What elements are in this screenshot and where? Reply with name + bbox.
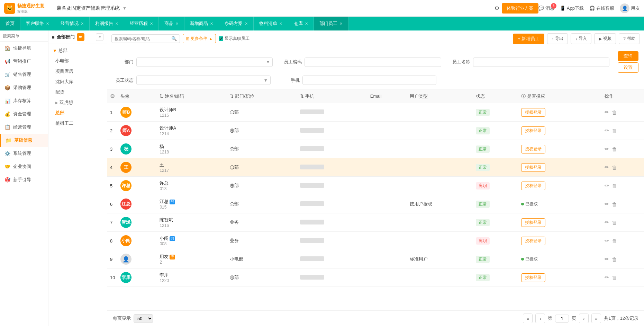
search-btn[interactable]: 查询 [618,51,638,61]
experience-btn[interactable]: 体验行业方案 [502,3,538,14]
auth-btn[interactable]: 授权登录 [521,108,545,117]
delete-icon[interactable]: 🗑 [612,165,617,170]
auth-btn[interactable]: 授权登录 [521,273,545,282]
delete-icon[interactable]: 🗑 [612,238,617,244]
edit-icon[interactable]: ✏ [605,238,609,244]
first-page-btn[interactable]: « [523,314,533,323]
tab-dept-staff[interactable]: 部门员工✕ [314,17,348,30]
edit-icon[interactable]: ✏ [605,183,609,189]
settings-gear-btn[interactable]: ⚙ [492,3,502,13]
phone-input[interactable] [302,76,437,85]
sidebar-item-system[interactable]: ⚙️ 系统管理 [0,147,48,160]
tab-new-goods-close[interactable]: ✕ [210,21,213,26]
delete-icon[interactable]: 🗑 [612,275,617,281]
col-settings[interactable]: ⚙ [107,89,118,103]
tab-bom[interactable]: 物料清单✕ [254,17,288,30]
delete-icon[interactable]: 🗑 [612,183,617,189]
dept-item-small-electric[interactable]: 小电部 [48,56,107,66]
per-page-select[interactable]: 50 100 200 [134,314,153,323]
dept-item-plant[interactable]: 植树王二 [48,118,107,129]
auth-btn[interactable]: 授权登录 [521,145,545,153]
prev-page-btn[interactable]: ‹ [535,314,545,323]
delete-icon[interactable]: 🗑 [612,201,617,207]
sidebar-item-finance[interactable]: 💰 资金管理 [0,107,48,121]
edit-icon[interactable]: ✏ [605,109,609,115]
tab-goods-close[interactable]: ✕ [175,21,179,26]
message-btn[interactable]: 💬 消息 5 [538,5,554,11]
emp-status-select[interactable]: 正常 离职 [136,76,271,85]
sidebar-search-input[interactable] [3,34,48,38]
auth-btn[interactable]: 授权登录 [521,237,545,245]
set-btn[interactable]: 设置 [618,62,638,73]
edit-icon[interactable]: ✏ [605,219,609,226]
sidebar-item-purchase[interactable]: 📦 采购管理 [0,81,48,94]
dept-item-hq[interactable]: 总部 [48,108,107,118]
dept-collapse-btn[interactable]: « [96,33,103,41]
tab-customer-close[interactable]: ✕ [46,21,49,26]
tab-warehouse-close[interactable]: ✕ [305,21,308,26]
help-btn[interactable]: ? 帮助 [619,33,640,44]
more-filter-btn[interactable]: ⊞ 更多条件 ▲ [183,34,216,43]
tab-customer[interactable]: 客户联络✕ [20,17,55,30]
dept-item-project[interactable]: 项目库房 [48,66,107,77]
tab-operation-close[interactable]: ✕ [81,21,84,26]
auth-btn[interactable]: 授权登录 [521,163,545,172]
edit-icon[interactable]: ✏ [605,256,609,262]
next-page-btn[interactable]: › [579,314,589,323]
user-avatar-btn[interactable]: 👤 用友 [620,3,640,13]
app-download-btn[interactable]: 📱 App下载 [560,5,584,11]
tab-barcode[interactable]: 条码方案✕ [219,17,254,30]
dept-edit-btn[interactable]: ✏ [77,33,84,41]
emp-code-input[interactable] [305,58,441,67]
edit-icon[interactable]: ✏ [605,201,609,207]
system-title-arrow[interactable]: ▼ [123,6,127,11]
show-resigned-checkbox[interactable]: 显示离职员工 [219,36,250,42]
tab-history[interactable]: 经营历程✕ [124,17,159,30]
auth-btn[interactable]: 授权登录 [521,126,545,135]
auth-btn[interactable]: 授权登录 [521,218,545,227]
tab-history-close[interactable]: ✕ [150,21,153,26]
tab-new-goods[interactable]: 新增商品✕ [184,17,219,30]
tab-home[interactable]: 首页 [0,17,20,30]
delete-icon[interactable]: 🗑 [612,256,617,262]
sidebar-item-marketing[interactable]: 📢 营销推广 [0,55,48,68]
dept-item-general[interactable]: ▼ 总部 [48,45,107,56]
tab-barcode-close[interactable]: ✕ [245,21,248,26]
delete-icon[interactable]: 🗑 [612,220,617,226]
sidebar-item-guide[interactable]: 🎯 新手引导 [0,173,48,186]
tab-goods[interactable]: 商品✕ [159,17,184,30]
edit-icon[interactable]: ✏ [605,164,609,170]
tab-profit-close[interactable]: ✕ [115,21,118,26]
sidebar-item-business[interactable]: 📋 经营管理 [0,121,48,134]
dept-item-shenyang[interactable]: 沈阳大库 [48,77,107,87]
tab-warehouse[interactable]: 仓库✕ [288,17,314,30]
show-resigned-input[interactable] [219,36,223,41]
sidebar-item-quick-nav[interactable]: 🏠 快捷导航 [0,42,48,55]
import-btn[interactable]: ↓ 导入 [571,33,591,44]
edit-icon[interactable]: ✏ [605,127,609,134]
delete-icon[interactable]: 🗑 [612,109,617,115]
video-btn[interactable]: ▶ 视频 [594,33,616,44]
emp-name-input[interactable] [473,58,609,67]
dept-select[interactable] [136,58,273,67]
add-employee-btn[interactable]: + 新增员工 [513,34,544,44]
dept-item-shuanghu[interactable]: ▶ 双虎想 [48,97,107,108]
online-service-btn[interactable]: 🎧 在线客服 [589,5,614,11]
delete-icon[interactable]: 🗑 [612,146,617,152]
sidebar-item-inventory[interactable]: 📊 库存核算 [0,94,48,107]
export-btn[interactable]: ↑ 导出 [547,33,568,44]
tab-dept-staff-close[interactable]: ✕ [339,21,343,26]
edit-icon[interactable]: ✏ [605,274,609,281]
edit-icon[interactable]: ✏ [605,146,609,152]
tab-profit[interactable]: 利润报告✕ [90,17,124,30]
tab-operation[interactable]: 经营情况✕ [55,17,90,30]
last-page-btn[interactable]: » [591,314,601,323]
filter-search-input[interactable] [115,36,170,41]
sidebar-item-basic[interactable]: 📁 基础信息 [0,134,48,147]
sidebar-item-sales[interactable]: 🛒 销售管理 [0,68,48,81]
delete-icon[interactable]: 🗑 [612,128,617,134]
dept-item-distribution[interactable]: 配货 [48,87,107,97]
page-input[interactable] [555,315,569,323]
sidebar-item-collab[interactable]: 🤝 企业协同 [0,160,48,173]
auth-btn[interactable]: 授权登录 [521,182,545,190]
